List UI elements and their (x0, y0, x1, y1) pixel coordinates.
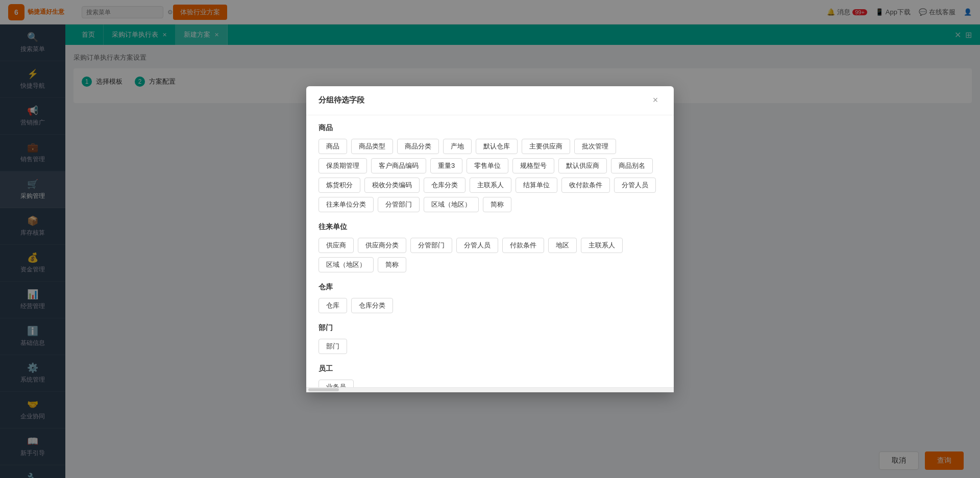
modal-scroll-thumb (308, 388, 339, 391)
field-tags-department: 部门 (318, 339, 662, 354)
field-tags-partner: 供应商供应商分类分管部门分管人员付款条件地区主联系人区域（地区）简称 (318, 238, 662, 272)
field-tag[interactable]: 仓库 (318, 298, 347, 313)
field-tag[interactable]: 产地 (443, 139, 472, 154)
section-title-employee: 员工 (318, 364, 662, 373)
field-tag[interactable]: 结算单位 (516, 178, 557, 193)
field-tag[interactable]: 商品别名 (611, 158, 653, 173)
field-tag[interactable]: 客户商品编码 (371, 158, 426, 173)
field-tags-warehouse: 仓库仓库分类 (318, 298, 662, 313)
field-tag[interactable]: 供应商分类 (358, 238, 406, 253)
modal-body: 商品商品商品类型商品分类产地默认仓库主要供应商批次管理保质期管理客户商品编码重量… (306, 115, 674, 387)
field-tag[interactable]: 仓库分类 (424, 178, 465, 193)
field-tags-employee: 业务员 (318, 380, 662, 387)
section-department: 部门部门 (318, 323, 662, 354)
field-tag[interactable]: 炼货积分 (318, 178, 360, 193)
modal-close-button[interactable]: × (649, 94, 662, 107)
field-tag[interactable]: 地区 (548, 238, 577, 253)
modal-scroll-track (306, 387, 674, 392)
field-tag[interactable]: 税收分类编码 (364, 178, 420, 193)
field-tag[interactable]: 批次管理 (574, 139, 616, 154)
modal-overlay: 分组待选字段 × 商品商品商品类型商品分类产地默认仓库主要供应商批次管理保质期管… (0, 0, 980, 478)
field-tag[interactable]: 付款条件 (502, 238, 544, 253)
field-tag[interactable]: 收付款条件 (561, 178, 610, 193)
field-tag[interactable]: 重量3 (430, 158, 462, 173)
field-tag[interactable]: 主要供应商 (522, 139, 570, 154)
section-warehouse: 仓库仓库仓库分类 (318, 283, 662, 313)
section-title-partner: 往来单位 (318, 222, 662, 232)
field-tag[interactable]: 商品 (318, 139, 347, 154)
field-tag[interactable]: 简称 (378, 257, 406, 272)
field-tag[interactable]: 简称 (483, 197, 511, 212)
field-tag[interactable]: 仓库分类 (351, 298, 393, 313)
modal-header: 分组待选字段 × (306, 86, 674, 115)
field-tag[interactable]: 主联系人 (581, 238, 623, 253)
field-tag[interactable]: 默认仓库 (476, 139, 518, 154)
field-tag[interactable]: 零售单位 (467, 158, 508, 173)
modal-title: 分组待选字段 (318, 95, 364, 105)
field-tag[interactable]: 分管人员 (614, 178, 656, 193)
field-tag[interactable]: 往来单位分类 (318, 197, 374, 212)
section-partner: 往来单位供应商供应商分类分管部门分管人员付款条件地区主联系人区域（地区）简称 (318, 222, 662, 272)
modal-dialog: 分组待选字段 × 商品商品商品类型商品分类产地默认仓库主要供应商批次管理保质期管… (306, 86, 674, 392)
field-tag[interactable]: 供应商 (318, 238, 354, 253)
field-tag[interactable]: 商品分类 (397, 139, 439, 154)
field-tag[interactable]: 商品类型 (351, 139, 393, 154)
field-tag[interactable]: 默认供应商 (558, 158, 607, 173)
field-tag[interactable]: 区域（地区） (318, 257, 374, 272)
field-tag[interactable]: 保质期管理 (318, 158, 367, 173)
section-title-warehouse: 仓库 (318, 283, 662, 292)
section-employee: 员工业务员 (318, 364, 662, 387)
field-tag[interactable]: 部门 (318, 339, 347, 354)
field-tag[interactable]: 分管人员 (456, 238, 498, 253)
section-goods: 商品商品商品类型商品分类产地默认仓库主要供应商批次管理保质期管理客户商品编码重量… (318, 123, 662, 212)
field-tag[interactable]: 区域（地区） (424, 197, 479, 212)
section-title-goods: 商品 (318, 123, 662, 133)
section-title-department: 部门 (318, 323, 662, 333)
field-tag[interactable]: 分管部门 (378, 197, 420, 212)
field-tag[interactable]: 分管部门 (410, 238, 452, 253)
field-tag[interactable]: 规格型号 (512, 158, 554, 173)
field-tag[interactable]: 主联系人 (470, 178, 511, 193)
field-tag[interactable]: 业务员 (318, 380, 354, 387)
field-tags-goods: 商品商品类型商品分类产地默认仓库主要供应商批次管理保质期管理客户商品编码重量3零… (318, 139, 662, 212)
